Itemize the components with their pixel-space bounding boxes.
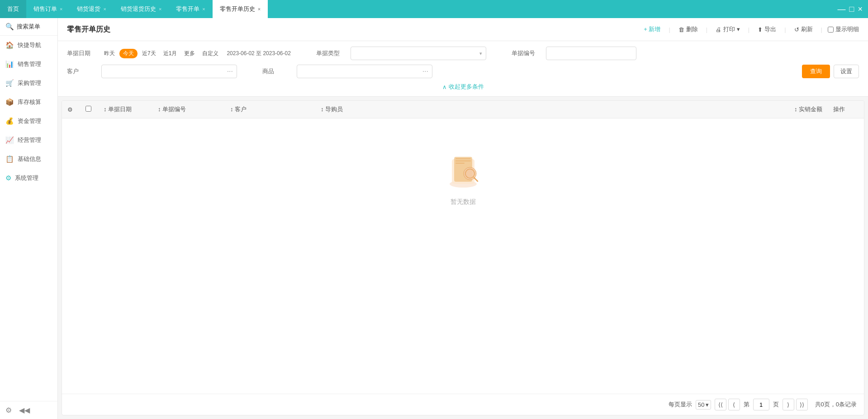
th-amount[interactable]: ↕ 实销金额: [773, 101, 828, 118]
product-dots[interactable]: ···: [422, 67, 428, 75]
tab-home[interactable]: 首页: [0, 0, 26, 18]
tab-retail-open[interactable]: 零售开单 ×: [169, 0, 212, 18]
settings-icon[interactable]: ⚙: [5, 406, 12, 414]
collapse-filter-btn[interactable]: ∧ 收起更多条件: [67, 83, 859, 91]
close-tab-sales-return-history[interactable]: ×: [159, 6, 161, 12]
query-button[interactable]: 查询: [802, 65, 830, 78]
th-action: 操作: [828, 101, 864, 118]
pagination: 每页显示 50 ▾ ⟨⟨ ⟨ 第 页 ⟩ ⟩⟩ 共0页，0条记录: [62, 394, 864, 415]
last-page-button[interactable]: ⟩⟩: [796, 399, 808, 410]
delete-button[interactable]: 🗑 删除: [676, 24, 701, 35]
sidebar-item-quick-nav[interactable]: 🏠 快捷导航: [0, 36, 57, 55]
tab-bar: 首页 销售订单 × 销货退货 × 销货退货历史 × 零售开单 × 零售开单历史 …: [0, 0, 832, 18]
action-col-label: 操作: [833, 106, 845, 113]
main-layout: 🔍 搜索菜单 🏠 快捷导航 📊 销售管理 🛒 采购管理 📦 库存核算 💰: [0, 18, 868, 419]
close-tab-retail-open-history[interactable]: ×: [258, 6, 261, 12]
amount-col-label: ↕ 实销金额: [794, 106, 822, 113]
total-info: 共0页，0条记录: [815, 400, 857, 409]
table-header-row: ⚙ ↕ 单据日期 ↕ 单据编号: [62, 101, 864, 118]
tab-sales-return[interactable]: 销货退货 ×: [70, 0, 113, 18]
purchase-icon: 🛒: [5, 79, 14, 87]
filter-area: 单据日期 昨天 今天 近7天 近1月 更多 自定义 2023-06-02 至 2…: [58, 41, 868, 97]
tab-sales-order[interactable]: 销售订单 ×: [26, 0, 70, 18]
close-tab-sales-return[interactable]: ×: [103, 6, 106, 12]
svg-rect-3: [455, 158, 471, 159]
close-button[interactable]: ×: [858, 5, 863, 14]
product-filter-select[interactable]: ···: [297, 65, 432, 78]
th-date[interactable]: ↕ 单据日期: [98, 101, 152, 118]
export-button[interactable]: ⬆ 导出: [755, 24, 779, 35]
display-detail-input[interactable]: [828, 27, 834, 33]
th-number[interactable]: ↕ 单据编号: [152, 101, 225, 118]
date-option-more[interactable]: 更多: [181, 49, 198, 58]
customer-dots[interactable]: ···: [227, 67, 233, 75]
sidebar-item-inventory[interactable]: 📦 库存核算: [0, 93, 57, 112]
sidebar-item-sales-mgmt[interactable]: 📊 销售管理: [0, 55, 57, 74]
th-guide[interactable]: ↕ 导购员: [315, 101, 370, 118]
filter-row-1: 单据日期 昨天 今天 近7天 近1月 更多 自定义 2023-06-02 至 2…: [67, 47, 859, 60]
sidebar-item-operations[interactable]: 📈 经营管理: [0, 131, 57, 150]
date-option-today[interactable]: 今天: [119, 49, 138, 58]
operations-icon: 📈: [5, 136, 14, 144]
type-filter-select[interactable]: ▾: [351, 47, 486, 60]
display-detail-checkbox[interactable]: 显示明细: [828, 25, 859, 33]
number-col-label: ↕ 单据编号: [158, 106, 186, 113]
system-icon: ⚙: [5, 174, 11, 182]
number-filter-input[interactable]: [546, 47, 636, 60]
print-button[interactable]: 🖨 打印 ▾: [713, 24, 743, 35]
date-option-1month[interactable]: 近1月: [161, 49, 180, 58]
type-select-arrow: ▾: [479, 51, 482, 56]
close-tab-sales-order[interactable]: ×: [60, 6, 62, 12]
export-icon: ⬆: [758, 26, 763, 33]
prev-page-button[interactable]: ⟨: [728, 399, 740, 410]
sidebar-item-basic-info[interactable]: 📋 基础信息: [0, 150, 57, 169]
new-button[interactable]: + 新增: [641, 24, 663, 35]
maximize-button[interactable]: □: [849, 5, 854, 14]
data-table: ⚙ ↕ 单据日期 ↕ 单据编号: [62, 101, 864, 118]
sidebar-item-finance[interactable]: 💰 资金管理: [0, 112, 57, 131]
product-filter-label: 商品: [262, 67, 289, 75]
date-filter-label: 单据日期: [67, 49, 94, 57]
tab-retail-open-history[interactable]: 零售开单历史 ×: [213, 0, 268, 18]
sidebar: 🔍 搜索菜单 🏠 快捷导航 📊 销售管理 🛒 采购管理 📦 库存核算 💰: [0, 18, 58, 419]
collapse-sidebar-icon[interactable]: ◀◀: [19, 406, 30, 414]
svg-line-8: [474, 178, 478, 181]
customer-filter-select[interactable]: ···: [101, 65, 237, 78]
close-tab-retail-open[interactable]: ×: [202, 6, 205, 12]
minimize-button[interactable]: —: [838, 5, 846, 14]
print-icon: 🖨: [716, 26, 721, 33]
date-range-display: 2023-06-02 至 2023-06-02: [227, 50, 290, 57]
refresh-button[interactable]: ↺ 刷新: [792, 24, 816, 35]
refresh-icon: ↺: [794, 26, 799, 33]
sales-icon: 📊: [5, 60, 14, 68]
tab-sales-return-history[interactable]: 销货退货历史 ×: [114, 0, 169, 18]
date-option-yesterday[interactable]: 昨天: [101, 49, 118, 58]
sidebar-search[interactable]: 🔍 搜索菜单: [0, 18, 57, 36]
first-page-button[interactable]: ⟨⟨: [715, 399, 726, 410]
empty-text: 暂无数据: [451, 198, 476, 206]
per-page-select[interactable]: 50 ▾: [696, 400, 711, 410]
customer-filter-label: 客户: [67, 67, 94, 75]
number-filter-label: 单据编号: [512, 49, 539, 57]
column-settings-icon[interactable]: ⚙: [67, 106, 73, 113]
svg-rect-4: [455, 160, 471, 161]
page-number-input[interactable]: [753, 399, 769, 410]
sidebar-item-purchase-mgmt[interactable]: 🛒 采购管理: [0, 74, 57, 93]
th-customer[interactable]: ↕ 客户: [225, 101, 315, 118]
settings-button[interactable]: 设置: [834, 65, 859, 78]
table-wrap: ⚙ ↕ 单据日期 ↕ 单据编号: [62, 101, 864, 394]
top-navigation: 首页 销售订单 × 销货退货 × 销货退货历史 × 零售开单 × 零售开单历史 …: [0, 0, 868, 18]
select-all-checkbox[interactable]: [85, 106, 91, 112]
next-page-button[interactable]: ⟩: [783, 399, 794, 410]
delete-icon: 🗑: [678, 26, 684, 33]
basic-info-icon: 📋: [5, 155, 14, 163]
customer-col-label: ↕ 客户: [230, 106, 247, 113]
svg-rect-5: [455, 163, 465, 164]
table-container: ⚙ ↕ 单据日期 ↕ 单据编号: [62, 100, 864, 415]
date-option-7days[interactable]: 近7天: [139, 49, 159, 58]
date-option-custom[interactable]: 自定义: [199, 49, 221, 58]
th-gear: ⚙: [62, 101, 80, 118]
page-header: 零售开单历史 + 新增 | 🗑 删除 | 🖨 打印 ▾ | ⬆ 导出: [58, 18, 868, 41]
collapse-icon: ∧: [442, 84, 447, 90]
sidebar-item-system[interactable]: ⚙ 系统管理: [0, 169, 57, 188]
